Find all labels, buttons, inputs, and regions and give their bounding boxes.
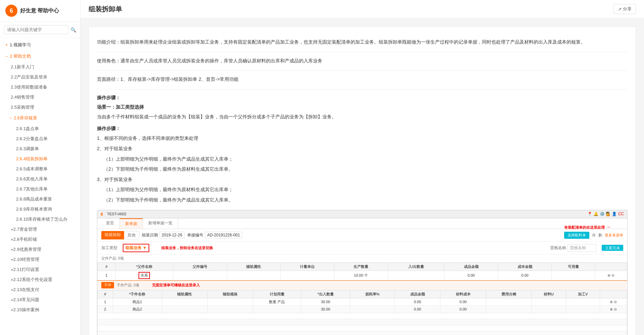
sidebar-item-docs-265-label: 2.6.5成本调整单 (16, 166, 48, 172)
sidebar-item-docs-264[interactable]: 2.6.4组装拆卸单 (0, 154, 80, 164)
ss-badge-area: 有装配清单的在这里处理 → 选择配料单 (564, 232, 589, 239)
ss-row-del-btn[interactable]: ⊖ (611, 273, 614, 277)
scene1-title: 场景一：加工类型选择 (97, 104, 628, 110)
sidebar-item-docs-27[interactable]: + 2.7资金管理 (0, 224, 80, 234)
ss-tab-home[interactable]: 首页 (101, 218, 120, 229)
sidebar-item-docs-262[interactable]: 2.6.2分量盘点单 (0, 134, 80, 144)
ss-sub-header-badge: 子件 (101, 282, 114, 288)
sidebar-item-docs-23[interactable]: 2.3使用前数据准备 (0, 82, 80, 92)
ss-sub-row1-loss (350, 298, 395, 305)
sidebar-item-docs-263[interactable]: 2.6.3调拨单 (0, 144, 80, 154)
ss-warehouse-input[interactable]: 货栈名称 (568, 244, 596, 252)
ss-row-unit (280, 271, 334, 280)
sidebar-item-docs-215[interactable]: + 2.15操作案例 (0, 305, 80, 315)
sidebar-item-docs-214[interactable]: + 2.14常见问题 (0, 295, 80, 305)
sidebar-item-docs-28-label: 2.8手机旺铺 (13, 236, 37, 242)
ss-upper-table: # *父件名称 父件编号 辅助属性 计量单位 生产数量 入/出数量 成品金额 成… (97, 263, 627, 280)
ss-tab-new[interactable]: 新单据 (120, 218, 143, 229)
ss-btn-more[interactable]: 更多来源单 (605, 233, 623, 238)
sidebar-item-docs-210[interactable]: + 2.10经营管理 (0, 255, 80, 265)
sidebar-item-docs-24-label: 2.4销售管理 (11, 94, 34, 100)
ss-sub-row1-add[interactable]: ⊕ (610, 300, 613, 304)
ss-row-inout-qty (388, 271, 444, 280)
ss-toolbar: 组装拆卸 其他 组装日期 2019-12-26 单据编号 AD-20191226… (97, 229, 627, 242)
ss-sub-row2-v (566, 305, 600, 313)
sidebar-item-docs-269[interactable]: 2.6.9库存账本查询 (0, 204, 80, 214)
sidebar-item-docs[interactable]: − 2.帮助文档 (0, 51, 80, 62)
sidebar-item-docs-24[interactable]: 2.4销售管理 (0, 92, 80, 102)
sidebar-item-docs-266[interactable]: 2.6.6其他入库单 (0, 174, 80, 184)
main-area: 组装拆卸单 ↗ 分享 功能介绍：组装拆卸单用来处理企业组装或拆卸等加工业务，支持… (80, 0, 644, 335)
table-row (98, 331, 627, 335)
sidebar-item-docs-268[interactable]: 2.6.8商品成本重算 (0, 194, 80, 204)
ss-parent-name-input[interactable]: 关系 (139, 272, 150, 279)
sidebar-item-docs-22-label: 2.2产品安装及登录 (11, 74, 47, 80)
ss-sub-header: 子件 子件产品: 2项 无固定清单可继续在这里录入 (97, 280, 627, 290)
sidebar-item-docs-261[interactable]: 2.6.1盘点单 (0, 124, 80, 134)
sidebar-item-docs-212-label: 2.12系统个性化设置 (13, 277, 52, 283)
ss-sub-col-fee: 费用分摊 (486, 290, 532, 298)
sidebar-item-docs-28[interactable]: + 2.8手机旺铺 (0, 234, 80, 244)
ss-row-count: 父件产品: 0项 (97, 255, 627, 263)
step1: 1、根据不同的业务，选择不同单据的类型来处理 (97, 134, 628, 143)
ss-col-product-amt: 成品金额 (444, 263, 498, 271)
sidebar-item-docs-2610[interactable]: 2.6.10库存账本错了怎么办 (0, 214, 80, 224)
sidebar-item-docs-212[interactable]: + 2.12系统个性化设置 (0, 275, 80, 285)
search-icon[interactable]: 🔍 (70, 27, 76, 33)
ss-sub-row2-del[interactable]: ⊖ (614, 307, 617, 311)
ss-btn-delete[interactable]: 删 (598, 233, 602, 238)
sidebar-item-docs-29[interactable]: + 2.9优惠券管理 (0, 244, 80, 255)
ss-annotation-type: 组装业务，拆卸业务在这里切换 (155, 245, 545, 250)
sidebar-item-docs-215-label: 2.15操作案例 (13, 307, 39, 313)
ss-sub-row2-loss (350, 305, 395, 313)
sidebar-item-docs-265[interactable]: 2.6.5成本调整单 (0, 164, 80, 174)
ss-warehouse-field: 货栈名称 货栈名称 (550, 244, 596, 252)
ss-sub-row2-fee (486, 305, 532, 313)
ss-toggle-other[interactable]: 其他 (124, 231, 139, 239)
expand-icon-docs-28: + (11, 237, 13, 242)
ss-sub-row2-add[interactable]: ⊕ (610, 307, 613, 311)
ss-type-select[interactable]: 组装业务 ▼ (123, 244, 149, 252)
ss-col-cost-amt: 成本金额 (498, 263, 552, 271)
sidebar-item-docs-2610-label: 2.6.10库存账本错了怎么办 (16, 216, 67, 222)
ss-col-aux-attr: 辅助属性 (227, 263, 280, 271)
role-text: 使用角色：通常由生产人员或库管人员完成拆装业务的操作，库管人员确认原材料的出库和… (97, 56, 628, 65)
ss-row-avail (552, 271, 595, 280)
sidebar-item-docs-22[interactable]: 2.2产品安装及登录 (0, 72, 80, 82)
ss-row-action-btns: ⊕ ⊖ (595, 271, 627, 280)
ss-sub-col-loss: 损耗率% (350, 290, 395, 298)
sidebar-item-docs-label: 2.帮助文档 (10, 53, 31, 59)
ss-select-btn[interactable]: 选择配料单 (564, 232, 589, 239)
search-input[interactable] (4, 25, 68, 34)
sidebar-item-video[interactable]: + 1.视频学习 (0, 39, 80, 51)
sidebar-item-docs-25[interactable]: 2.5采购管理 (0, 102, 80, 112)
ss-toggle-assemble[interactable]: 组装拆卸 (101, 231, 124, 239)
sidebar-item-docs-213[interactable]: + 2.13在线支付 (0, 285, 80, 295)
sidebar-item-docs-269-label: 2.6.9库存账本查询 (16, 206, 52, 212)
ss-sub-row1-del[interactable]: ⊖ (614, 300, 617, 304)
ss-sub-col-seq: # (98, 290, 113, 298)
ss-btn-save[interactable]: 存 (592, 233, 596, 238)
sidebar-item-docs-21[interactable]: 2.1新手入门 (0, 62, 80, 72)
ss-empty-row3 (98, 313, 627, 319)
ss-num-label: 单据编号 (187, 232, 203, 238)
ss-row-seq: 1 (98, 271, 116, 280)
sidebar-item-docs-25-label: 2.5采购管理 (11, 104, 34, 110)
path-text: 页面路径：1、库存核算->库存管理->组装拆卸单 2、首页->常用功能 (97, 75, 628, 84)
ss-sub-col-plan: 计划用量 (253, 290, 301, 298)
table-row: 2 商品2 30.00 0.00 0.00 (98, 305, 627, 313)
ss-upper-table-container: # *父件名称 父件编号 辅助属性 计量单位 生产数量 入/出数量 成品金额 成… (97, 263, 627, 280)
sidebar-item-docs-26[interactable]: − 2.6库存核算 (0, 112, 80, 124)
ss-confirm-btn[interactable]: 立案完成 (602, 245, 623, 251)
ss-tabbar: 首页 新单据 新增单据一览 (97, 218, 627, 229)
ss-row-add-btn[interactable]: ⊕ (607, 273, 610, 277)
table-row (98, 325, 627, 331)
sidebar-item-docs-211[interactable]: + 2.11打印设置 (0, 265, 80, 275)
ss-num-field: 单据编号 AD-20191226-001 (187, 232, 242, 238)
share-button[interactable]: ↗ 分享 (613, 4, 636, 14)
expand-icon-docs-29: + (11, 247, 13, 252)
sidebar-item-docs-267[interactable]: 2.6.7其他出库单 (0, 184, 80, 194)
ss-sub-row2-mat: 0.00 (440, 305, 486, 313)
ss-sub-row1-inout: 30.00 (301, 298, 350, 305)
ss-tab-list[interactable]: 新增单据一览 (143, 218, 178, 229)
